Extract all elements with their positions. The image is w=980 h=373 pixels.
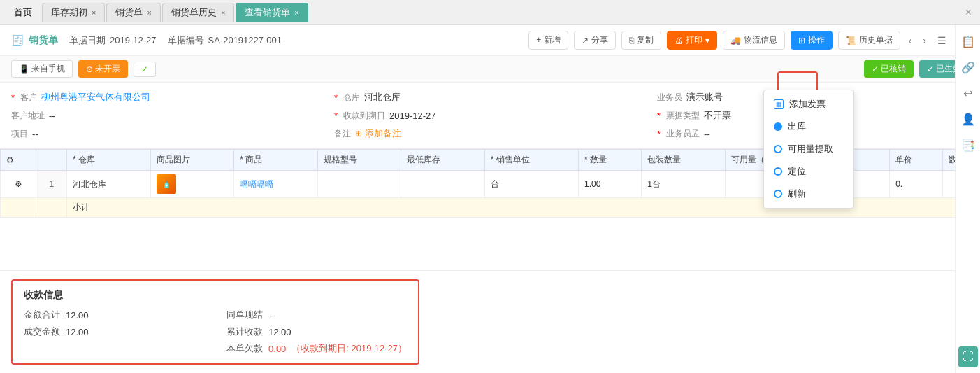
list-view-button[interactable]: ☰ — [935, 34, 949, 48]
tab-sales-history[interactable]: 销货单历史 × — [162, 3, 234, 22]
col-gear: ⚙ — [1, 150, 36, 171]
date-label: 单据日期 — [69, 34, 106, 47]
check-icon2: ✓ — [872, 64, 879, 74]
locate-label: 定位 — [788, 165, 806, 178]
row-gear[interactable]: ⚙ — [1, 171, 36, 198]
cancelled-label: 已核销 — [881, 63, 906, 75]
total-label: 金额合计 — [24, 309, 60, 321]
sidebar-icon-5[interactable]: 📑 — [957, 134, 979, 156]
tab-home[interactable]: 首页 — [6, 6, 41, 19]
col-warehouse: * 仓库 — [67, 150, 151, 171]
history-icon: 📜 — [846, 36, 856, 45]
tab-inventory[interactable]: 库存期初 × — [42, 3, 105, 22]
cumulative-row: 累计收款 12.00 — [226, 325, 407, 338]
tab-sales[interactable]: 销货单 × — [106, 3, 160, 22]
warehouse-required: * — [334, 92, 338, 103]
balance-row: 本单欠款 0.00 （收款到期日: 2019-12-27） — [226, 342, 407, 355]
date-value: 2019-12-27 — [110, 35, 157, 45]
tab-bar: 首页 库存期初 × 销货单 × 销货单历史 × 查看销货单 × × — [0, 0, 980, 25]
sidebar-icon-4[interactable]: 👤 — [957, 108, 979, 130]
warehouse-field: * 仓库 河北仓库 — [334, 91, 646, 104]
logistics-button[interactable]: 🚚 物流信息 — [723, 31, 785, 50]
tab-inventory-label: 库存期初 — [51, 6, 87, 19]
sidebar-icon-1[interactable]: 📋 — [957, 31, 979, 52]
sales-order-icon: 🧾 — [11, 34, 24, 47]
outbound-item[interactable]: 出库 — [764, 115, 853, 138]
not-open-button[interactable]: ⊙ 未开票 — [78, 60, 128, 78]
cumulative-label: 累计收款 — [226, 325, 263, 338]
add-invoice-icon: ▦ — [774, 99, 784, 109]
locate-icon — [774, 167, 782, 176]
tab-sales-label: 销货单 — [115, 6, 143, 19]
close-tab-inventory-icon[interactable]: × — [92, 8, 96, 17]
col-unit: * 销售单位 — [484, 150, 578, 171]
refresh-item[interactable]: 刷新 — [764, 183, 853, 205]
cancelled-button[interactable]: ✓ 已核销 — [864, 60, 914, 78]
available-pickup-item[interactable]: 可用量提取 — [764, 138, 853, 160]
same-order-value: -- — [268, 310, 275, 321]
sidebar-expand-icon[interactable]: ⛶ — [958, 346, 978, 367]
row-product[interactable]: 嗝嗝嗝嗝 — [234, 171, 318, 198]
close-tab-view-sales-icon[interactable]: × — [294, 8, 298, 17]
remark-label: 备注 — [334, 128, 351, 140]
payment-date-value: 2019-12-27 — [389, 111, 436, 121]
history-button[interactable]: 📜 历史单据 — [838, 31, 900, 50]
tab-view-sales-label: 查看销货单 — [245, 6, 290, 19]
add-invoice-item[interactable]: ▦ 添加发票 — [764, 93, 853, 115]
staff-label: 业务员 — [657, 92, 682, 104]
add-remark-icon: ⊕ — [355, 128, 362, 139]
address-field: 客户地址 -- — [11, 109, 323, 122]
balance-label: 本单欠款 — [226, 342, 263, 355]
cumulative-value: 12.00 — [268, 327, 291, 337]
warehouse-label: 仓库 — [343, 92, 360, 104]
print-button[interactable]: 🖨 打印 ▾ — [667, 31, 717, 50]
project-field: 项目 -- — [11, 127, 323, 140]
right-sidebar: 📋 🔗 ↩ 👤 📑 ⛶ — [955, 25, 980, 373]
operation-button[interactable]: ⊞ 操作 — [791, 31, 833, 50]
available-pickup-label: 可用量提取 — [788, 143, 833, 155]
tab-view-sales[interactable]: 查看销货单 × — [236, 3, 308, 22]
phone-icon: 📱 — [19, 64, 29, 74]
operation-dropdown: ▦ 添加发票 出库 可用量提取 定位 刷新 — [763, 90, 854, 209]
check-button[interactable]: ✓ — [134, 62, 156, 77]
project-value: -- — [32, 129, 38, 139]
col-qty: * 数量 — [579, 150, 642, 171]
salesman-label: 业务员孟 — [666, 128, 700, 140]
subtotal-gear — [1, 198, 36, 218]
next-record-button[interactable]: › — [920, 34, 929, 48]
doc-number-section: 单据编号 SA-20191227-001 — [168, 34, 282, 47]
copy-label: 复制 — [637, 34, 654, 46]
outbound-icon — [774, 122, 782, 131]
sidebar-icon-2[interactable]: 🔗 — [957, 57, 979, 78]
payment-title: 收款信息 — [24, 289, 407, 302]
transaction-row: 成交金额 12.00 — [24, 325, 204, 338]
row-pack-qty: 1台 — [642, 171, 726, 198]
close-tab-sales-icon[interactable]: × — [147, 8, 151, 17]
from-phone-button[interactable]: 📱 来自手机 — [11, 60, 73, 78]
operation-icon: ⊞ — [798, 36, 805, 45]
toolbar-row2: 📱 来自手机 ⊙ 未开票 ✓ ✓ 已核销 ✓ 已生效 — [0, 56, 980, 83]
sidebar-icon-3[interactable]: ↩ — [959, 83, 977, 104]
prev-record-button[interactable]: ‹ — [906, 34, 915, 48]
remark-add-btn[interactable]: ⊕ 添加备注 — [355, 127, 401, 140]
copy-button[interactable]: ⎘ 复制 — [621, 31, 661, 50]
locate-item[interactable]: 定位 — [764, 160, 853, 183]
ticket-type-value: 不开票 — [704, 109, 731, 122]
salesman-value: -- — [704, 129, 710, 139]
payment-grid: 金额合计 12.00 同单现结 -- 成交金额 12.00 累计收款 12.00… — [24, 309, 407, 355]
close-tab-sales-history-icon[interactable]: × — [221, 8, 225, 17]
share-button[interactable]: ↗ 分享 — [574, 31, 616, 50]
bottom-section: 收款信息 金额合计 12.00 同单现结 -- 成交金额 12.00 累计收款 … — [0, 271, 980, 373]
available-pickup-icon — [774, 145, 782, 153]
add-invoice-label: 添加发票 — [789, 98, 826, 111]
close-window-button[interactable]: × — [963, 6, 974, 19]
doc-header: 🧾 销货单 单据日期 2019-12-27 单据编号 SA-20191227-0… — [0, 25, 980, 56]
tab-sales-history-label: 销货单历史 — [171, 6, 217, 19]
project-label: 项目 — [11, 128, 28, 140]
row-num: 1 — [36, 171, 67, 198]
refresh-label: 刷新 — [788, 188, 806, 200]
remark-field: 备注 ⊕ 添加备注 — [334, 127, 646, 140]
col-pack-qty: 包装数量 — [642, 150, 726, 171]
customer-value[interactable]: 柳州粤港平安气体有限公司 — [41, 91, 150, 104]
new-button[interactable]: + 新增 — [528, 31, 568, 50]
